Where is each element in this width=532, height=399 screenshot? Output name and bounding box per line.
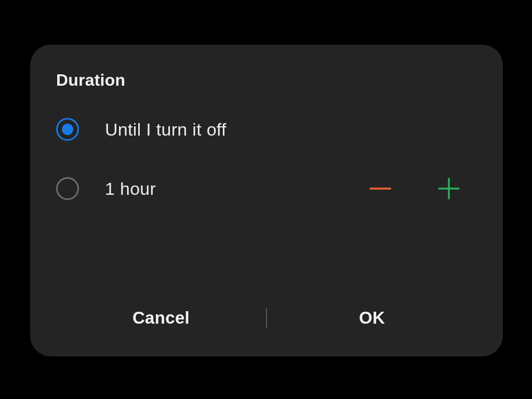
increase-duration-button[interactable] xyxy=(436,176,461,201)
ok-button[interactable]: OK xyxy=(267,308,477,328)
decrease-duration-button[interactable] xyxy=(368,176,393,201)
duration-dialog: Duration Until I turn it off 1 hour Canc… xyxy=(30,45,503,356)
cancel-button[interactable]: Cancel xyxy=(56,308,266,328)
option-until-off-label: Until I turn it off xyxy=(105,119,477,140)
option-timed[interactable]: 1 hour xyxy=(56,174,477,203)
option-timed-label: 1 hour xyxy=(105,179,368,199)
duration-stepper xyxy=(368,176,461,201)
radio-until-off[interactable] xyxy=(56,118,79,141)
dialog-button-bar: Cancel OK xyxy=(56,292,477,344)
radio-dot-icon xyxy=(62,124,73,135)
plus-icon xyxy=(437,177,460,200)
dialog-title: Duration xyxy=(56,71,477,90)
minus-icon xyxy=(369,188,391,190)
option-until-off[interactable]: Until I turn it off xyxy=(56,115,477,144)
radio-timed[interactable] xyxy=(56,177,79,200)
